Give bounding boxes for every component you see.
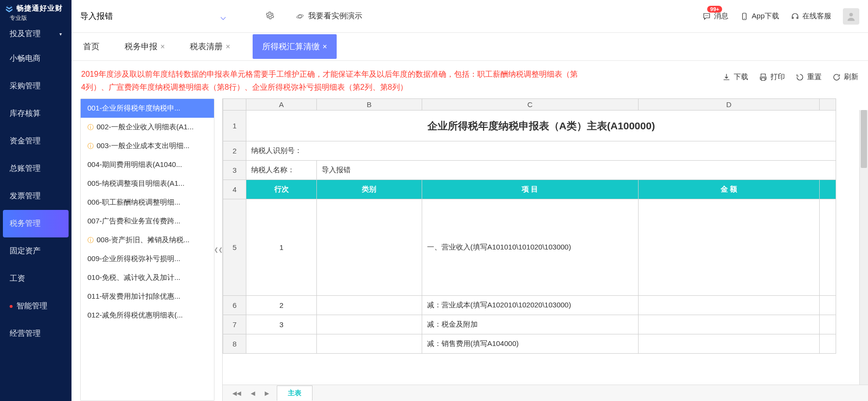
row-header[interactable]: 2 <box>223 141 246 161</box>
close-icon[interactable]: × <box>323 42 327 51</box>
sheet-grid[interactable]: A B C D 1 企业所得税年度纳税申报表（A类）主表(A100000) 2 <box>223 98 868 385</box>
tab[interactable]: 税务申报× <box>122 37 168 56</box>
row-header[interactable]: 7 <box>223 315 246 334</box>
sidebar-item[interactable]: 采购管理 <box>0 72 71 100</box>
tab[interactable]: 税表清册× <box>187 37 233 56</box>
sidebar-item[interactable]: 资金管理 <box>0 127 71 155</box>
sidebar-item[interactable]: 智能管理 <box>0 292 71 320</box>
form-list-item[interactable]: 005-纳税调整项目明细表(A1... <box>81 174 214 193</box>
vertical-scrollbar[interactable] <box>859 110 868 385</box>
collapse-handle[interactable]: ❮❮ <box>214 98 222 401</box>
row-header[interactable]: 6 <box>223 296 246 315</box>
cell[interactable]: 纳税人识别号： <box>246 141 836 161</box>
sheet-nav-prev[interactable]: ◀ <box>246 388 260 399</box>
cell[interactable]: 金 额 <box>638 180 819 199</box>
sidebar-item[interactable]: 固定资产 <box>0 237 71 265</box>
avatar[interactable] <box>843 8 859 25</box>
form-list-item[interactable]: 007-广告费和业务宣传费跨... <box>81 212 214 231</box>
form-list-item[interactable]: 001-企业所得税年度纳税申... <box>81 99 214 118</box>
form-list-item[interactable]: ⓘ002-一般企业收入明细表(A1... <box>81 118 214 137</box>
cell[interactable]: 行次 <box>246 180 316 199</box>
form-list-item[interactable]: 011-研发费用加计扣除优惠... <box>81 287 214 306</box>
form-list-item[interactable]: 006-职工薪酬纳税调整明细... <box>81 193 214 212</box>
cell[interactable] <box>638 199 819 296</box>
form-list-item[interactable]: 012-减免所得税优惠明细表(... <box>81 306 214 325</box>
sidebar-item[interactable]: 小畅电商 <box>0 45 71 72</box>
sheet-title[interactable]: 企业所得税年度纳税申报表（A类）主表(A100000) <box>246 111 836 141</box>
app-download-button[interactable]: App下载 <box>740 12 779 21</box>
sidebar-item[interactable]: 总账管理 <box>0 155 71 182</box>
row-header[interactable]: 8 <box>223 334 246 354</box>
cell[interactable]: 减：营业成本(填写A102010\102020\103000) <box>422 296 638 315</box>
sidebar-item[interactable]: 发票管理 <box>0 182 71 210</box>
sidebar-item[interactable]: 库存核算 <box>0 100 71 127</box>
cell[interactable] <box>316 199 422 296</box>
cell[interactable] <box>316 334 422 354</box>
col-header[interactable]: A <box>246 99 316 111</box>
sheet-nav-first[interactable]: ◀◀ <box>228 388 246 399</box>
body: 001-企业所得税年度纳税申...ⓘ002-一般企业收入明细表(A1...ⓘ00… <box>71 98 868 401</box>
form-item-label: 003-一般企业成本支出明细... <box>97 141 190 151</box>
search-dropdown-icon[interactable]: ⌵ <box>220 11 226 22</box>
row-header[interactable]: 4 <box>223 180 246 199</box>
close-icon[interactable]: × <box>226 42 230 51</box>
row-header[interactable]: 1 <box>223 111 246 141</box>
print-button[interactable]: 打印 <box>759 72 785 82</box>
reset-button[interactable]: 重置 <box>796 72 822 82</box>
cell[interactable]: 一、营业收入(填写A101010\101020\103000) <box>422 199 638 296</box>
sidebar-item[interactable]: 经营管理 <box>0 320 71 347</box>
cell[interactable] <box>820 199 836 296</box>
sidebar-item-label: 库存核算 <box>10 109 41 119</box>
search-input[interactable] <box>80 12 215 21</box>
sidebar-item[interactable]: 工资 <box>0 265 71 292</box>
cell[interactable] <box>638 315 819 334</box>
cell[interactable] <box>820 315 836 334</box>
row-header[interactable]: 5 <box>223 199 246 296</box>
corner-cell[interactable] <box>223 99 246 111</box>
form-list-item[interactable]: ⓘ008-资产折旧、摊销及纳税... <box>81 231 214 249</box>
sheet-nav-next[interactable]: ▶ <box>260 388 274 399</box>
cell[interactable] <box>246 334 316 354</box>
close-icon[interactable]: × <box>160 42 165 51</box>
spreadsheet: A B C D 1 企业所得税年度纳税申报表（A类）主表(A100000) 2 <box>223 98 836 354</box>
cell[interactable]: 3 <box>246 315 316 334</box>
cell[interactable]: 1 <box>246 199 316 296</box>
form-list-item[interactable]: ⓘ003-一般企业成本支出明细... <box>81 137 214 155</box>
tab[interactable]: 首页 <box>80 37 102 56</box>
tab-label: 所得税汇算清缴 <box>262 41 320 52</box>
refresh-button[interactable]: 刷新 <box>832 72 858 82</box>
cell[interactable]: 导入报错 <box>316 161 836 180</box>
col-header[interactable] <box>820 99 836 111</box>
support-button[interactable]: 在线客服 <box>791 12 831 21</box>
form-list-item[interactable]: 009-企业所得税弥补亏损明... <box>81 249 214 268</box>
cell[interactable] <box>638 334 819 354</box>
form-list-item[interactable]: 004-期间费用明细表(A1040... <box>81 155 214 174</box>
settings-icon[interactable] <box>266 11 274 21</box>
tab[interactable]: 所得税汇算清缴× <box>253 34 337 59</box>
col-header[interactable]: C <box>422 99 638 111</box>
cell[interactable] <box>316 315 422 334</box>
sidebar-item[interactable]: 税务管理 <box>3 210 69 237</box>
demo-link[interactable]: 我要看实例演示 <box>296 11 362 21</box>
info-icon: ⓘ <box>87 123 94 132</box>
col-header[interactable]: B <box>316 99 422 111</box>
form-list-item[interactable]: 010-免税、减计收入及加计... <box>81 268 214 287</box>
cell[interactable] <box>820 334 836 354</box>
col-header[interactable]: D <box>638 99 819 111</box>
cell[interactable]: 类别 <box>316 180 422 199</box>
cell[interactable]: 项 目 <box>422 180 638 199</box>
cell[interactable] <box>820 180 836 199</box>
cell[interactable] <box>820 296 836 315</box>
cell[interactable]: 2 <box>246 296 316 315</box>
download-button[interactable]: 下载 <box>722 72 748 82</box>
cell[interactable]: 减：税金及附加 <box>422 315 638 334</box>
table-row: 4 行次 类别 项 目 金 额 <box>223 180 836 199</box>
cell[interactable] <box>638 296 819 315</box>
cell[interactable]: 减：销售费用(填写A104000) <box>422 334 638 354</box>
sheet-tab[interactable]: 主表 <box>277 386 313 401</box>
sidebar-item[interactable]: 投及官理▾ <box>0 26 71 45</box>
cell[interactable]: 纳税人名称： <box>246 161 316 180</box>
row-header[interactable]: 3 <box>223 161 246 180</box>
messages-button[interactable]: 99+ 消息 <box>702 12 728 21</box>
cell[interactable] <box>316 296 422 315</box>
